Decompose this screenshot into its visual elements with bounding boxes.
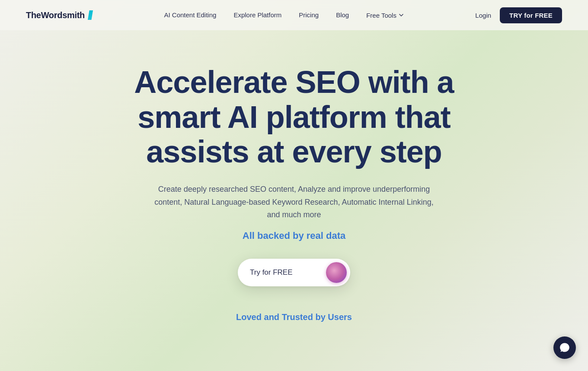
chevron-down-icon <box>398 12 404 18</box>
cta-pill-icon <box>326 262 347 283</box>
nav-links: AI Content Editing Explore Platform Pric… <box>164 11 404 19</box>
logo-link[interactable]: TheWordsmith <box>26 10 93 20</box>
login-link[interactable]: Login <box>475 12 491 19</box>
try-free-pill-button[interactable]: Try for FREE <box>238 259 350 286</box>
logo-slash-icon <box>88 10 93 20</box>
nav-item-pricing[interactable]: Pricing <box>299 11 319 19</box>
nav-right: Login TRY for FREE <box>475 7 562 23</box>
cta-pill-label: Try for FREE <box>250 268 293 277</box>
free-tools-link[interactable]: Free Tools <box>366 12 396 19</box>
hero-subtitle: Create deeply researched SEO content, An… <box>147 183 441 222</box>
loved-trusted-text: Loved and Trusted by Users <box>236 312 352 322</box>
chat-icon <box>559 342 570 353</box>
nav-item-free-tools[interactable]: Free Tools <box>366 12 404 19</box>
try-free-button[interactable]: TRY for FREE <box>500 7 562 23</box>
hero-backed-text: All backed by real data <box>243 230 345 241</box>
nav-item-blog[interactable]: Blog <box>336 11 349 19</box>
logo-text: TheWordsmith <box>26 10 85 20</box>
chat-widget-button[interactable] <box>553 336 576 359</box>
hero-title: Accelerate SEO with a smart AI platform … <box>130 65 458 169</box>
nav-item-explore-platform[interactable]: Explore Platform <box>233 11 281 19</box>
navbar: TheWordsmith AI Content Editing Explore … <box>0 0 588 30</box>
nav-item-ai-content-editing[interactable]: AI Content Editing <box>164 11 216 19</box>
hero-section: Accelerate SEO with a smart AI platform … <box>0 30 588 348</box>
